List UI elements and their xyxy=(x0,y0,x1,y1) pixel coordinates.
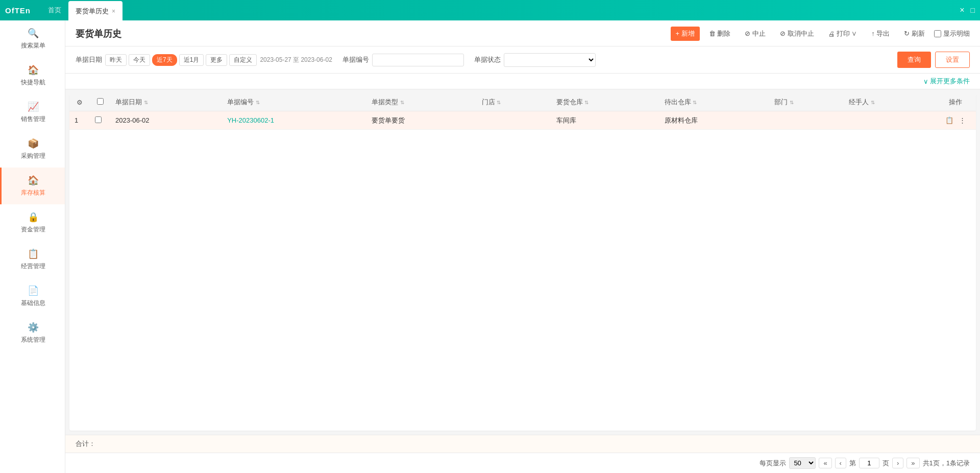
delete-button[interactable]: 🗑 删除 xyxy=(704,27,736,41)
page-suffix: 页 xyxy=(883,459,889,468)
expand-more-button[interactable]: ∨ 展开更多条件 xyxy=(923,77,970,86)
date-btn-yesterday[interactable]: 昨天 xyxy=(105,54,127,66)
window-close-icon[interactable]: × xyxy=(960,6,964,15)
order-no-link[interactable]: YH-20230602-1 xyxy=(227,116,274,124)
th-order-type: 单据类型 ⇅ xyxy=(366,93,476,111)
date-btn-1month[interactable]: 近1月 xyxy=(179,54,204,66)
order-no-filter-group: 单据编号 xyxy=(342,54,464,66)
sort-handler-icon[interactable]: ⇅ xyxy=(871,100,875,105)
date-filter-buttons: 昨天 今天 近7天 近1月 更多 自定义 xyxy=(105,54,257,66)
sidebar-item-basic-info[interactable]: 📄 基础信息 xyxy=(0,278,65,315)
date-btn-today[interactable]: 今天 xyxy=(129,54,150,66)
date-btn-custom[interactable]: 自定义 xyxy=(229,54,257,66)
row-select-checkbox[interactable] xyxy=(95,116,102,123)
show-detail-toggle[interactable]: 显示明细 xyxy=(934,29,970,38)
sidebar-item-system-mgmt[interactable]: ⚙️ 系统管理 xyxy=(0,315,65,351)
sidebar-item-basic-label: 基础信息 xyxy=(21,299,45,308)
date-filter-label: 单据日期 xyxy=(76,55,102,64)
sidebar-item-finance-mgmt[interactable]: 🔒 资金管理 xyxy=(0,204,65,241)
th-settings[interactable]: ⚙ xyxy=(69,93,90,111)
filter-row2: ∨ 展开更多条件 xyxy=(65,74,980,89)
sort-order-type-icon[interactable]: ⇅ xyxy=(400,100,404,105)
select-all-checkbox[interactable] xyxy=(97,98,104,105)
sidebar-item-purchase-mgmt[interactable]: 📦 采购管理 xyxy=(0,131,65,168)
prev-page-button[interactable]: ‹ xyxy=(835,458,846,468)
search-menu-icon: 🔍 xyxy=(28,28,39,39)
stop-button[interactable]: ⊘ 中止 xyxy=(740,27,771,41)
system-icon: ⚙️ xyxy=(28,322,39,333)
show-detail-checkbox[interactable] xyxy=(934,30,941,37)
status-filter-group: 单据状态 xyxy=(474,53,596,67)
sort-store-icon[interactable]: ⇅ xyxy=(497,100,501,105)
sidebar-item-ops-label: 经营管理 xyxy=(21,262,45,271)
sidebar-item-ops-mgmt[interactable]: 📋 经营管理 xyxy=(0,241,65,278)
top-bar-right: × □ xyxy=(960,6,975,15)
query-button[interactable]: 查询 xyxy=(897,52,931,68)
row-more-button[interactable]: ⋮ xyxy=(957,115,968,125)
sort-dept-icon[interactable]: ⇅ xyxy=(790,100,794,105)
last-page-button[interactable]: » xyxy=(906,458,919,468)
sidebar-item-search-menu[interactable]: 🔍 搜索菜单 xyxy=(0,20,65,57)
date-btn-more[interactable]: 更多 xyxy=(206,54,227,66)
expand-more-label: 展开更多条件 xyxy=(930,77,970,86)
row-pending-warehouse: 原材料仓库 xyxy=(659,111,769,130)
refresh-button[interactable]: ↻ 刷新 xyxy=(899,27,930,41)
brand-logo: OfTEn xyxy=(5,6,31,15)
pagination: 每页显示 50 10 20 100 « ‹ 第 页 › » 共1页，1条记录 xyxy=(65,453,980,473)
sort-date-icon[interactable]: ⇅ xyxy=(144,100,148,105)
main-layout: 🔍 搜索菜单 🏠 快捷导航 📈 销售管理 📦 采购管理 🏠 库存核算 🔒 资金管… xyxy=(0,20,980,473)
next-page-button[interactable]: › xyxy=(892,458,903,468)
page-title-row: 要货单历史 + 新增 🗑 删除 ⊘ 中止 ⊘ 取消中止 🖨 🖨 打印 打印 ∨ … xyxy=(76,27,970,41)
data-table: ⚙ 单据日期 ⇅ 单据编号 ⇅ 单据类型 xyxy=(69,93,976,130)
sidebar-item-finance-label: 资金管理 xyxy=(21,225,45,234)
status-select[interactable] xyxy=(504,53,596,67)
page-header: 要货单历史 + 新增 🗑 删除 ⊘ 中止 ⊘ 取消中止 🖨 🖨 打印 打印 ∨ … xyxy=(65,20,980,46)
page-number-input[interactable] xyxy=(859,458,879,468)
order-no-input[interactable] xyxy=(372,54,464,66)
print-button[interactable]: 🖨 🖨 打印 打印 ∨ xyxy=(823,27,863,41)
page-title: 要货单历史 xyxy=(76,28,121,40)
print-icon: 🖨 xyxy=(828,30,835,38)
sort-req-wh-icon[interactable]: ⇅ xyxy=(584,100,589,105)
sidebar-item-purchase-label: 采购管理 xyxy=(21,152,45,160)
row-req-warehouse: 车间库 xyxy=(551,111,659,130)
page-label: 第 xyxy=(849,459,856,468)
sales-icon: 📈 xyxy=(28,101,39,112)
sidebar-item-quick-nav[interactable]: 🏠 快捷导航 xyxy=(0,57,65,94)
top-bar: OfTEn 首页 要货单历史 × × □ xyxy=(0,0,980,20)
date-btn-7days[interactable]: 近7天 xyxy=(152,54,177,66)
row-num: 1 xyxy=(69,111,90,130)
close-tab-icon[interactable]: × xyxy=(112,8,115,15)
cancel-stop-button[interactable]: ⊘ 取消中止 xyxy=(775,27,819,41)
inventory-icon: 🏠 xyxy=(28,175,39,186)
th-store: 门店 ⇅ xyxy=(477,93,551,111)
table-container: ⚙ 单据日期 ⇅ 单据编号 ⇅ 单据类型 xyxy=(69,93,976,431)
sidebar-item-sales-label: 销售管理 xyxy=(21,115,45,124)
settings-button[interactable]: 设置 xyxy=(935,52,970,68)
tab-home[interactable]: 首页 xyxy=(41,0,68,20)
sidebar-item-sales-mgmt[interactable]: 📈 销售管理 xyxy=(0,94,65,131)
sort-pending-wh-icon[interactable]: ⇅ xyxy=(693,100,697,105)
new-button[interactable]: + 新增 xyxy=(671,27,700,41)
row-edit-button[interactable]: 📋 xyxy=(943,115,955,125)
quick-nav-icon: 🏠 xyxy=(28,64,39,76)
row-checkbox xyxy=(90,111,110,130)
tab-requisition-history[interactable]: 要货单历史 × xyxy=(68,1,122,21)
th-order-no: 单据编号 ⇅ xyxy=(222,93,366,111)
th-date: 单据日期 ⇅ xyxy=(110,93,222,111)
sidebar-item-inventory[interactable]: 🏠 库存核算 xyxy=(0,168,65,204)
per-page-label: 每页显示 xyxy=(760,459,786,468)
per-page-select[interactable]: 50 10 20 100 xyxy=(789,457,816,469)
table-body: 1 2023-06-02 YH-20230602-1 要货单要货 车间库 原材料… xyxy=(69,111,976,130)
row-order-type: 要货单要货 xyxy=(366,111,476,130)
th-req-warehouse: 要货仓库 ⇅ xyxy=(551,93,659,111)
filter-actions: 查询 设置 xyxy=(897,52,970,68)
th-handler: 经手人 ⇅ xyxy=(844,93,935,111)
sort-order-no-icon[interactable]: ⇅ xyxy=(256,100,260,105)
show-detail-text: 显示明细 xyxy=(943,29,970,38)
window-maximize-icon[interactable]: □ xyxy=(971,6,975,14)
expand-more-icon: ∨ xyxy=(923,78,928,85)
content-area: 要货单历史 + 新增 🗑 删除 ⊘ 中止 ⊘ 取消中止 🖨 🖨 打印 打印 ∨ … xyxy=(65,20,980,473)
export-button[interactable]: ↑ 导出 xyxy=(866,27,895,41)
first-page-button[interactable]: « xyxy=(819,458,831,468)
